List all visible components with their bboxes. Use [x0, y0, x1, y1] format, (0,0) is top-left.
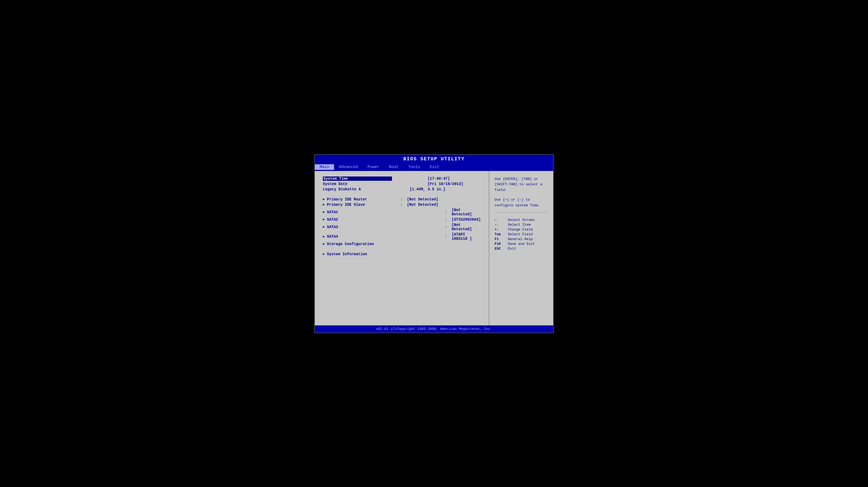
key-desc-general-help: General Help: [508, 237, 533, 241]
menu-bar[interactable]: Main Advanced Power Boot Tools Exit: [315, 163, 553, 171]
sata3-row[interactable]: ▶ SATA3 : [Not Detected]: [323, 223, 481, 231]
key-row-select-field: Tab Select Field: [495, 232, 548, 236]
footer-bar: v02.61 (C)Copyright 1985-2008, American …: [315, 325, 553, 332]
sata3-value: [Not Detected]: [452, 223, 480, 231]
key-desc-save-exit: Save and Exit: [508, 242, 535, 246]
key-symbol-f1: F1: [495, 237, 508, 241]
system-info-row[interactable]: ▶ System Information: [323, 252, 481, 256]
sata2-row[interactable]: ▶ SATA2 : [ST3320620AS]: [323, 218, 481, 222]
bios-screen: BIOS SETUP UTILITY Main Advanced Power B…: [314, 154, 554, 333]
storage-config-label: Storage Configuration: [327, 242, 396, 246]
menu-item-boot[interactable]: Boot: [384, 164, 403, 170]
arrow-icon: ▶: [323, 210, 325, 214]
sata1-value: [Not Detected]: [452, 208, 480, 216]
key-row-change-field: +- Change Field: [495, 228, 548, 231]
system-time-value[interactable]: [17:48:47]: [428, 176, 450, 181]
key-help-section: ↔ Select Screen ↑↓ Select Item +- Change…: [495, 218, 548, 251]
key-symbol-esc: ESC: [495, 247, 508, 251]
system-time-row[interactable]: System Time [17:48:47]: [323, 176, 481, 181]
arrow-icon: ▶: [323, 252, 325, 256]
key-desc-select-item: Select Item: [508, 223, 531, 227]
arrow-icon: ▶: [323, 225, 325, 229]
sata1-row[interactable]: ▶ SATA1 : [Not Detected]: [323, 208, 481, 216]
sata2-label: SATA2: [327, 218, 396, 222]
primary-ide-slave-row[interactable]: ▶ Primary IDE Slave : [Not Detected]: [323, 202, 481, 207]
key-row-general-help: F1 General Help: [495, 237, 548, 241]
help-intro: Use [ENTER], [TAB] or [SHIFT-TAB] to sel…: [495, 176, 548, 193]
system-date-label: System Date: [323, 182, 392, 186]
key-row-save-exit: F10 Save and Exit: [495, 242, 548, 246]
primary-ide-master-row[interactable]: ▶ Primary IDE Master : [Not Detected]: [323, 197, 481, 201]
key-symbol-tab: Tab: [495, 232, 508, 236]
key-symbol-plusminus: +-: [495, 228, 508, 231]
sata1-label: SATA1: [327, 210, 396, 214]
arrow-icon: ▶: [323, 197, 325, 201]
sata3-label: SATA3: [327, 225, 396, 229]
key-desc-change-field: Change Field: [508, 228, 533, 231]
arrow-icon: ▶: [323, 242, 325, 246]
arrow-icon: ▶: [323, 218, 325, 221]
bios-title: BIOS SETUP UTILITY: [403, 156, 465, 162]
right-panel: Use [ENTER], [TAB] or [SHIFT-TAB] to sel…: [489, 171, 553, 325]
key-row-select-screen: ↔ Select Screen: [495, 218, 548, 222]
content-area: System Time [17:48:47] System Date [Fri …: [315, 171, 553, 325]
primary-ide-slave-value: [Not Detected]: [407, 202, 438, 207]
key-symbol-f10: F10: [495, 242, 508, 246]
key-row-exit: ESC Exit: [495, 247, 548, 251]
sata4-value: [ATAPI iHDS118 ]: [452, 232, 480, 241]
sata4-row[interactable]: ▶ SATA4 : [ATAPI iHDS118 ]: [323, 232, 481, 241]
arrow-icon: ▶: [323, 234, 325, 238]
system-time-label: System Time: [323, 176, 392, 181]
primary-ide-master-label: Primary IDE Master: [327, 197, 396, 201]
key-desc-select-field: Select Field: [508, 232, 533, 236]
menu-item-power[interactable]: Power: [363, 164, 384, 170]
legacy-diskette-row[interactable]: Legacy Diskette A [1.44M, 3.5 in.]: [323, 187, 481, 191]
menu-item-advanced[interactable]: Advanced: [334, 164, 363, 170]
key-desc-exit: Exit: [508, 247, 516, 251]
sata4-label: SATA4: [327, 234, 396, 239]
key-symbol-arrows: ↔: [495, 218, 508, 222]
system-info-label: System Information: [327, 252, 396, 256]
menu-item-main[interactable]: Main: [315, 164, 334, 170]
main-panel: System Time [17:48:47] System Date [Fri …: [315, 171, 489, 325]
key-desc-select-screen: Select Screen: [508, 218, 535, 222]
system-date-value[interactable]: [Fri 10/18/2013]: [428, 182, 463, 186]
primary-ide-slave-label: Primary IDE Slave: [327, 202, 396, 207]
legacy-diskette-value[interactable]: [1.44M, 3.5 in.]: [409, 187, 445, 191]
title-bar: BIOS SETUP UTILITY: [315, 155, 553, 163]
help-detail: Use [+] or [-] to configure system Time.: [495, 197, 548, 208]
menu-item-tools[interactable]: Tools: [403, 164, 425, 170]
arrow-icon: ▶: [323, 202, 325, 206]
menu-item-exit[interactable]: Exit: [425, 164, 444, 170]
key-symbol-updown: ↑↓: [495, 223, 508, 227]
storage-config-row[interactable]: ▶ Storage Configuration: [323, 242, 481, 246]
primary-ide-master-value: [Not Detected]: [407, 197, 438, 201]
legacy-diskette-label: Legacy Diskette A: [323, 187, 392, 191]
system-date-row[interactable]: System Date [Fri 10/18/2013]: [323, 182, 481, 186]
footer-text: v02.61 (C)Copyright 1985-2008, American …: [376, 327, 492, 331]
key-row-select-item: ↑↓ Select Item: [495, 223, 548, 227]
sata2-value: [ST3320620AS]: [452, 218, 480, 222]
